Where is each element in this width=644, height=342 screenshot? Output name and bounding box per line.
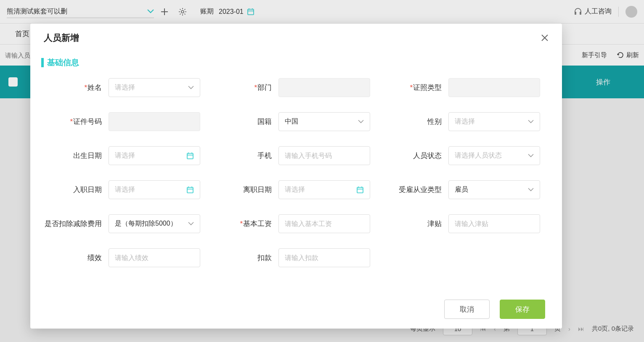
deduction-input[interactable] [278,248,370,267]
cert-type-input[interactable] [448,78,540,97]
leave-date-label: 离职日期 [243,186,272,194]
calendar-icon [356,186,364,194]
chevron-down-icon [528,154,534,158]
modal-body: 基础信息 *姓名 请选择 *部门 *证照类型 *证件号码 [30,52,562,290]
deduct-option-label: 是否扣除减除费用 [45,220,102,228]
base-salary-input[interactable] [278,214,370,233]
cert-no-label: 证件号码 [73,118,102,126]
performance-input[interactable] [109,248,200,267]
nationality-select[interactable]: 中国 [278,112,370,131]
birth-date-label: 出生日期 [73,152,102,160]
deduction-label: 扣款 [257,254,272,262]
deduct-option-select[interactable]: 是（每期扣除5000） [109,214,200,233]
name-select[interactable]: 请选择 [109,78,200,97]
save-button[interactable]: 保存 [500,300,545,319]
chevron-down-icon [188,222,194,226]
phone-input[interactable] [278,146,370,165]
department-label: 部门 [257,84,272,92]
employment-type-label: 受雇从业类型 [399,186,442,194]
allowance-label: 津贴 [427,220,442,228]
section-indicator [41,58,44,67]
phone-label: 手机 [257,152,272,160]
name-label: 姓名 [87,84,102,92]
performance-label: 绩效 [87,254,102,262]
cert-type-label: 证照类型 [413,84,442,92]
employment-type-select[interactable]: 雇员 [448,180,540,199]
svg-rect-3 [187,187,193,193]
birth-date-picker[interactable]: 请选择 [109,146,200,165]
cert-no-input[interactable] [109,112,200,131]
modal-title: 人员新增 [44,32,79,44]
gender-label: 性别 [427,118,442,126]
svg-rect-2 [187,153,193,159]
section-basic-info: 基础信息 [41,57,555,68]
chevron-down-icon [358,120,364,124]
modal-header: 人员新增 [30,24,562,52]
calendar-icon [186,152,194,160]
hire-date-picker[interactable]: 请选择 [109,180,200,199]
nationality-label: 国籍 [257,118,272,126]
base-salary-label: 基本工资 [243,220,272,228]
cancel-button[interactable]: 取消 [444,300,490,319]
emp-status-label: 人员状态 [413,152,442,160]
leave-date-picker[interactable]: 请选择 [278,180,370,199]
department-input[interactable] [278,78,370,97]
chevron-down-icon [528,188,534,192]
modal-footer: 取消 保存 [30,290,562,329]
hire-date-label: 入职日期 [73,186,102,194]
emp-status-select[interactable]: 请选择人员状态 [448,146,540,165]
add-person-modal: 人员新增 基础信息 *姓名 请选择 *部门 *证照类型 [30,24,562,329]
chevron-down-icon [528,120,534,124]
calendar-icon [186,186,194,194]
chevron-down-icon [188,86,194,89]
allowance-input[interactable] [448,214,540,233]
svg-rect-4 [357,187,363,193]
close-icon[interactable] [541,34,549,42]
gender-select[interactable]: 请选择 [448,112,540,131]
